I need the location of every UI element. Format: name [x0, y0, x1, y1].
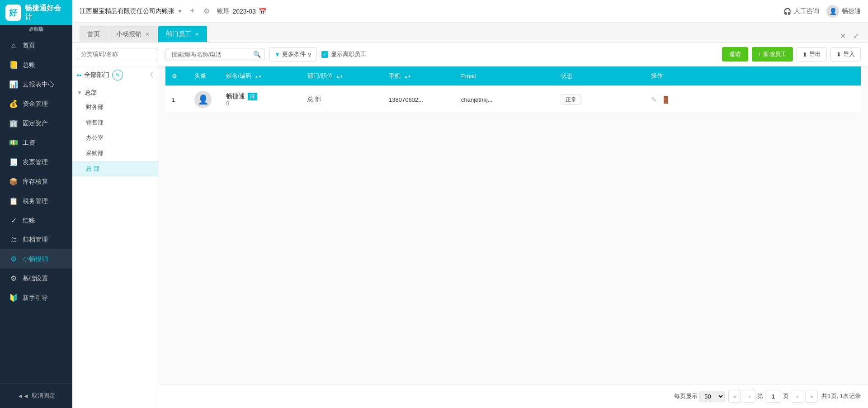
tab-dept-emp[interactable]: 部门员工 ✕: [158, 26, 207, 42]
dept-item-purchase[interactable]: 采购部: [72, 146, 158, 161]
sidebar-item-tax[interactable]: 📋 税务管理: [0, 191, 72, 211]
employee-avatar: 👤: [194, 91, 212, 108]
headset-icon: 🎧: [783, 8, 791, 15]
sort-arrows-dept: ▲▼: [336, 75, 343, 79]
sidebar-item-checkout[interactable]: ✓ 结账: [0, 211, 72, 230]
last-page-button[interactable]: »: [805, 390, 818, 403]
cell-email: chanjethkj...: [455, 85, 554, 114]
toolbar-right: 邀请 + 新增员工 ⬆ 导出 ⬇ 导入: [722, 47, 861, 62]
sidebar-item-label: 云报表中心: [23, 81, 54, 89]
settings-col-icon[interactable]: ⚙: [172, 73, 177, 80]
sidebar-item-invoice[interactable]: 🧾 发票管理: [0, 152, 72, 172]
dept-sales-label: 销售部: [86, 119, 104, 126]
employee-search-icon[interactable]: 🔍: [253, 51, 261, 58]
dept-panel: 🔍 ▪▪ 全部部门 ✎ 《 ▼ 总部 财务部 销售部: [72, 43, 158, 408]
tab-dept-emp-label: 部门员工: [166, 30, 191, 38]
col-name-code[interactable]: 姓名/编码 ▲▼: [220, 66, 301, 85]
filter-label: 更多条件: [282, 50, 306, 58]
dept-item-office[interactable]: 办公室: [72, 130, 158, 146]
main-content: 江西服宝精品有限责任公司内账张 ▼ + ⚙ 账期 2023-03 📅 🎧 人工咨…: [72, 0, 868, 408]
add-employee-button[interactable]: + 新增员工: [752, 47, 793, 62]
export-icon: ⬆: [802, 51, 807, 58]
all-dept-header[interactable]: ▪▪ 全部部门 ✎ 《: [72, 66, 158, 84]
table-row: 1 👤 畅捷通 部 0 总 部: [165, 85, 861, 114]
employee-panel: 🔍 ▼ 更多条件 ∨ ✓ 显示离职员工 邀请 + 新增员工 ⬆ 导出: [158, 43, 868, 408]
sidebar-item-label: 税务管理: [23, 197, 48, 205]
sidebar-item-label: 结账: [23, 217, 35, 225]
sidebar-item-home[interactable]: ⌂ 首页: [0, 36, 72, 55]
dept-group-zongbu[interactable]: ▼ 总部: [72, 86, 158, 100]
sidebar-item-assets[interactable]: 🏢 固定资产: [0, 114, 72, 133]
per-page-select[interactable]: 50 10 20 100: [699, 391, 725, 402]
logo-title: 畅捷通好会计: [25, 4, 67, 21]
prev-page-button[interactable]: ‹: [743, 390, 755, 403]
table-header: ⚙ 头像 姓名/编码 ▲▼ 部门/职位 ▲▼: [165, 66, 861, 85]
first-page-button[interactable]: «: [728, 390, 741, 403]
dept-item-finance[interactable]: 财务部: [72, 100, 158, 115]
tab-close-all-icon[interactable]: ✕: [838, 30, 848, 42]
export-button[interactable]: ⬆ 导出: [797, 47, 827, 62]
dept-general-label: 总 部: [86, 165, 99, 172]
employee-name: 畅捷通: [226, 92, 245, 100]
col-mobile[interactable]: 手机 ▲▼: [382, 66, 455, 85]
content-area: 🔍 ▪▪ 全部部门 ✎ 《 ▼ 总部 财务部 销售部: [72, 43, 868, 408]
support-button[interactable]: 🎧 人工咨询: [783, 7, 819, 15]
current-page-input[interactable]: [765, 390, 781, 403]
user-menu[interactable]: 👤 畅捷通: [826, 5, 861, 18]
sidebar-item-label: 小畅报销: [23, 255, 48, 263]
delete-icon[interactable]: 🚪: [661, 95, 670, 104]
tab-dept-emp-close[interactable]: ✕: [195, 31, 199, 38]
dept-item-sales[interactable]: 销售部: [72, 115, 158, 130]
sidebar-item-ledger[interactable]: 📒 总账: [0, 55, 72, 75]
company-name: 江西服宝精品有限责任公司内账张: [80, 7, 175, 15]
sidebar-item-inventory[interactable]: 📦 库存核算: [0, 172, 72, 191]
show-resigned-checkbox[interactable]: ✓: [321, 51, 328, 58]
per-page-label: 每页显示: [674, 392, 698, 400]
sidebar-nav: ⌂ 首页 📒 总账 📊 云报表中心 💰 资金管理 🏢 固定资产 💵 工资 🧾 发…: [0, 34, 72, 383]
dept-search-input[interactable]: [77, 48, 158, 60]
invoice-icon: 🧾: [9, 158, 18, 166]
filter-button[interactable]: ▼ 更多条件 ∨: [269, 47, 317, 62]
tab-home[interactable]: 首页: [80, 26, 108, 42]
topbar: 江西服宝精品有限责任公司内账张 ▼ + ⚙ 账期 2023-03 📅 🎧 人工咨…: [72, 0, 868, 23]
import-button[interactable]: ⬇ 导入: [830, 47, 861, 62]
dept-collapse-icon[interactable]: 《: [147, 71, 153, 79]
employee-name-block: 畅捷通 部: [226, 92, 295, 100]
employee-table-body: 1 👤 畅捷通 部 0 总 部: [165, 85, 861, 114]
employee-search-input[interactable]: [170, 48, 253, 61]
tab-expense[interactable]: 小畅报销 ✕: [108, 26, 157, 42]
topbar-settings-icon[interactable]: ⚙: [202, 5, 212, 17]
sidebar-item-label: 固定资产: [23, 119, 48, 128]
dept-tree: ▼ 总部 财务部 销售部 办公室 采购部 总 部: [72, 84, 158, 408]
dept-grid-icon: ▪▪: [77, 71, 81, 79]
dept-item-general[interactable]: 总 部: [72, 161, 158, 176]
sidebar-item-settings[interactable]: ⚙ 基础设置: [0, 269, 72, 288]
support-label: 人工咨询: [794, 7, 819, 15]
period-value[interactable]: 2023-03: [232, 8, 255, 15]
company-selector[interactable]: 江西服宝精品有限责任公司内账张 ▼: [80, 7, 183, 15]
show-resigned-toggle[interactable]: ✓ 显示离职员工: [321, 50, 366, 58]
sidebar-item-reports[interactable]: 📊 云报表中心: [0, 75, 72, 94]
calendar-icon[interactable]: 📅: [259, 8, 266, 15]
edit-icon[interactable]: ✎: [651, 95, 657, 104]
dept-office-label: 办公室: [86, 134, 104, 141]
next-page-button[interactable]: ›: [791, 390, 803, 403]
sidebar-item-guide[interactable]: 🔰 新手引导: [0, 288, 72, 308]
inventory-icon: 📦: [9, 177, 18, 186]
add-company-button[interactable]: +: [188, 5, 197, 18]
sidebar-item-archive[interactable]: 🗂 归档管理: [0, 230, 72, 249]
tab-expense-close[interactable]: ✕: [145, 31, 150, 38]
sort-arrows-mobile: ▲▼: [404, 75, 411, 79]
sidebar-item-funds[interactable]: 💰 资金管理: [0, 94, 72, 114]
invite-button[interactable]: 邀请: [722, 47, 748, 62]
tab-expand-icon[interactable]: ⤢: [851, 30, 861, 42]
sidebar-item-salary[interactable]: 💵 工资: [0, 133, 72, 152]
dept-edit-button[interactable]: ✎: [112, 70, 123, 81]
sidebar-item-expense[interactable]: ⚙ 小畅报销: [0, 249, 72, 269]
col-dept-position[interactable]: 部门/职位 ▲▼: [301, 66, 382, 85]
cell-status: 正常: [554, 85, 645, 114]
logo-text-block: 畅捷通好会计: [25, 4, 67, 21]
sidebar-pin-button[interactable]: ◄◄ 取消固定: [0, 388, 72, 403]
topbar-right: 🎧 人工咨询 👤 畅捷通: [783, 5, 861, 18]
employee-code: 0: [226, 100, 295, 107]
